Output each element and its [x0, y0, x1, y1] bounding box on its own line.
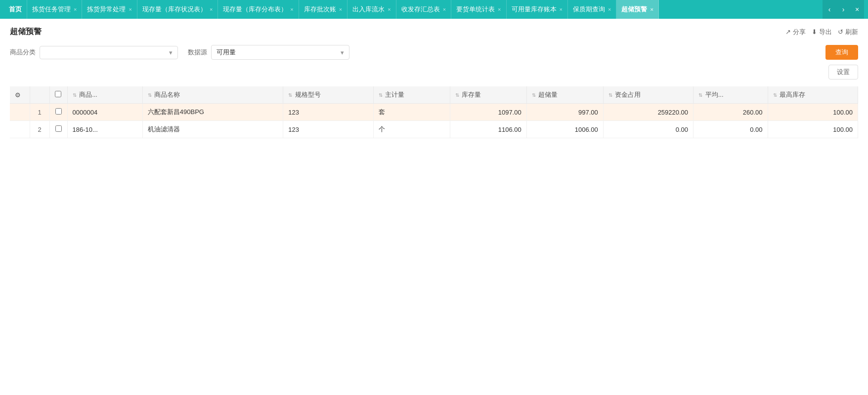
col-header-unit[interactable]: ⇅ 主计量: [373, 86, 450, 104]
sort-icon-overstock: ⇅: [532, 92, 536, 98]
settings-button[interactable]: 设置: [828, 65, 858, 79]
nav-tab-shelf-life[interactable]: 保质期查询 ×: [568, 0, 616, 19]
nav-tab-home[interactable]: 首页: [4, 0, 27, 19]
filter-actions: 查询 设置: [825, 45, 858, 79]
row-spec: 123: [283, 104, 373, 121]
nav-tab-overstock-close[interactable]: ×: [650, 6, 653, 12]
header-actions: ↗ 分享 ⬇ 导出 ↺ 刷新: [785, 28, 858, 37]
table-row: 1 0000004 六配套新昌490BPG 123 套 1097.00 997.…: [10, 104, 858, 121]
nav-next-button[interactable]: ›: [836, 0, 850, 19]
col-header-inventory[interactable]: ⇅ 库存量: [450, 86, 526, 104]
row-seq: 1: [30, 104, 49, 121]
nav-tab-task-mgmt-close[interactable]: ×: [74, 6, 77, 12]
nav-tab-inventory-status-close[interactable]: ×: [210, 6, 213, 12]
nav-tab-collect[interactable]: 收发存汇总表 ×: [396, 0, 451, 19]
nav-tab-inout-flow-label: 出入库流水: [352, 5, 385, 14]
col-header-capital-usage[interactable]: ⇅ 资金占用: [603, 86, 693, 104]
row-overstock: 1006.00: [526, 121, 603, 138]
nav-tab-batch[interactable]: 库存批次账 ×: [299, 0, 347, 19]
nav-tab-inventory-dist-close[interactable]: ×: [290, 6, 293, 12]
row-product-code: 0000004: [67, 104, 142, 121]
sort-icon-inventory: ⇅: [455, 92, 459, 98]
nav-tab-collect-label: 收发存汇总表: [401, 5, 440, 14]
row-checkbox-cell[interactable]: [49, 104, 67, 121]
data-table: ⚙ ⇅ 商品... ⇅ 商品名称 ⇅ 规格型号: [10, 86, 858, 138]
refresh-icon: ↺: [838, 28, 843, 36]
row-max-inventory: 100.00: [768, 104, 858, 121]
col-header-max-inventory[interactable]: ⇅ 最高库存: [768, 86, 858, 104]
nav-tab-abnormal[interactable]: 拣货异常处理 ×: [82, 0, 137, 19]
row-overstock: 997.00: [526, 104, 603, 121]
sort-icon-avg: ⇅: [698, 92, 702, 98]
nav-tab-inventory-status[interactable]: 现存量（库存状况表） ×: [137, 0, 218, 19]
nav-tab-shelf-life-label: 保质期查询: [573, 5, 605, 14]
share-label: 分享: [793, 28, 806, 37]
nav-tab-collect-close[interactable]: ×: [443, 6, 446, 12]
row-unit: 个: [373, 121, 450, 138]
col-header-product-name[interactable]: ⇅ 商品名称: [142, 86, 283, 104]
col-label-spec: 规格型号: [295, 91, 321, 98]
select-all-checkbox[interactable]: [55, 91, 61, 97]
col-header-checkbox[interactable]: [49, 86, 67, 104]
nav-tab-order-stats[interactable]: 要货单统计表 ×: [451, 0, 506, 19]
page-title: 超储预警: [10, 27, 42, 37]
page-header: 超储预警 ↗ 分享 ⬇ 导出 ↺ 刷新: [10, 27, 858, 37]
row-settings-cell: [10, 121, 30, 138]
refresh-button[interactable]: ↺ 刷新: [838, 28, 858, 37]
sort-icon-unit: ⇅: [379, 92, 383, 98]
export-icon: ⬇: [812, 28, 817, 36]
nav-tab-inout-flow-close[interactable]: ×: [388, 6, 391, 12]
export-button[interactable]: ⬇ 导出: [812, 28, 832, 37]
table-header-row: ⚙ ⇅ 商品... ⇅ 商品名称 ⇅ 规格型号: [10, 86, 858, 104]
row-seq: 2: [30, 121, 49, 138]
nav-tab-shelf-life-close[interactable]: ×: [608, 6, 611, 12]
row-checkbox-cell[interactable]: [49, 121, 67, 138]
nav-tab-task-mgmt-label: 拣货任务管理: [32, 5, 71, 14]
nav-tab-overstock[interactable]: 超储预警 ×: [616, 0, 658, 19]
col-header-avg[interactable]: ⇅ 平均...: [694, 86, 768, 104]
nav-close-all-button[interactable]: ×: [850, 0, 864, 19]
nav-tab-inout-flow[interactable]: 出入库流水 ×: [347, 0, 396, 19]
top-navigation: 首页 拣货任务管理 × 拣货异常处理 × 现存量（库存状况表） × 现存量（库存…: [0, 0, 868, 19]
sort-icon-product-code: ⇅: [73, 92, 77, 98]
row-settings-cell: [10, 104, 30, 121]
col-header-product-code[interactable]: ⇅ 商品...: [67, 86, 142, 104]
nav-tab-order-stats-close[interactable]: ×: [498, 6, 501, 12]
row-product-name: 六配套新昌490BPG: [142, 104, 283, 121]
col-label-max-inventory: 最高库存: [780, 91, 805, 98]
col-label-product-code: 商品...: [79, 91, 97, 98]
export-label: 导出: [819, 28, 832, 37]
nav-tab-inventory-dist[interactable]: 现存量（库存分布表） ×: [218, 0, 299, 19]
nav-tab-avail-ledger[interactable]: 可用量库存账本 ×: [507, 0, 568, 19]
col-header-settings[interactable]: ⚙: [10, 86, 30, 104]
nav-tab-avail-ledger-close[interactable]: ×: [560, 6, 563, 12]
nav-tab-inventory-dist-label: 现存量（库存分布表）: [223, 5, 287, 14]
category-select[interactable]: ▾: [40, 46, 178, 59]
table-row: 2 186-10... 机油滤清器 123 个 1106.00 1006.00 …: [10, 121, 858, 138]
category-label: 商品分类: [10, 48, 36, 57]
sort-icon-capital-usage: ⇅: [608, 92, 612, 98]
nav-prev-button[interactable]: ‹: [823, 0, 836, 19]
gear-icon[interactable]: ⚙: [15, 91, 21, 99]
nav-arrows: ‹ › ×: [823, 0, 864, 19]
page-container: 超储预警 ↗ 分享 ⬇ 导出 ↺ 刷新 商品分类 ▾: [0, 19, 868, 146]
col-header-overstock[interactable]: ⇅ 超储量: [526, 86, 603, 104]
datasource-select[interactable]: 可用量 ▾: [211, 45, 349, 60]
nav-tab-overstock-label: 超储预警: [621, 5, 647, 14]
query-button[interactable]: 查询: [825, 45, 858, 60]
nav-tab-inventory-status-label: 现存量（库存状况表）: [142, 5, 207, 14]
nav-tab-abnormal-close[interactable]: ×: [129, 6, 131, 12]
row-product-code: 186-10...: [67, 121, 142, 138]
sort-icon-spec: ⇅: [288, 92, 292, 98]
share-button[interactable]: ↗ 分享: [785, 28, 806, 37]
row-checkbox[interactable]: [55, 125, 62, 132]
col-header-spec[interactable]: ⇅ 规格型号: [283, 86, 373, 104]
nav-tab-batch-close[interactable]: ×: [339, 6, 342, 12]
share-icon: ↗: [785, 28, 791, 36]
row-checkbox[interactable]: [55, 108, 62, 115]
col-label-product-name: 商品名称: [154, 91, 180, 98]
row-max-inventory: 100.00: [768, 121, 858, 138]
col-label-inventory: 库存量: [462, 91, 481, 98]
col-label-avg: 平均...: [705, 91, 724, 98]
nav-tab-task-mgmt[interactable]: 拣货任务管理 ×: [27, 0, 82, 19]
